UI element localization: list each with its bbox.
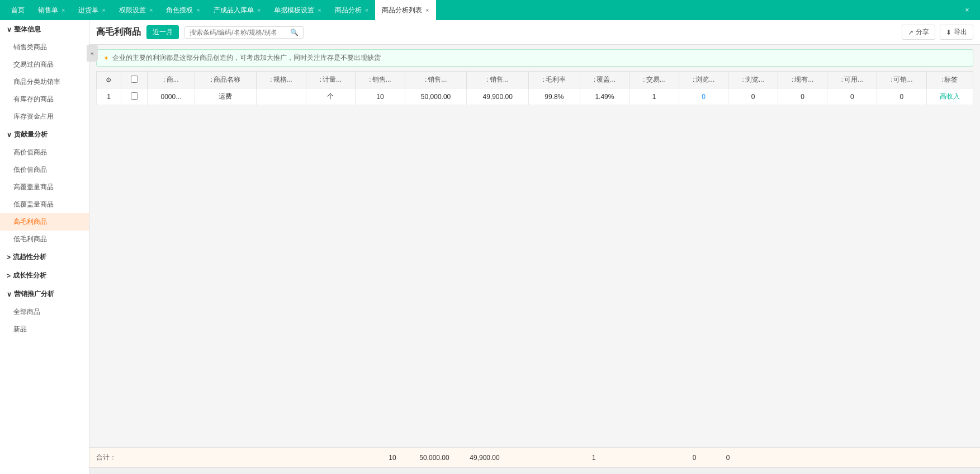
sidebar-item-高毛利商品[interactable]: 高毛利商品 [0,213,89,231]
sidebar-item-新品[interactable]: 新品 [0,321,89,338]
col-header-sale_cost: :销售... [467,72,529,88]
nav-item-权限设置[interactable]: 权限设置× [112,0,159,20]
nav-close-icon[interactable]: × [102,7,105,13]
nav-item-商品分析[interactable]: 商品分析× [328,0,375,20]
col-sort-icon: : [594,76,595,83]
footer-value-4: 10 [376,454,409,462]
search-icon[interactable]: 🔍 [290,29,299,36]
cell-current_stock: 0 [778,88,827,105]
col-sort-icon: : [486,76,488,83]
search-box: 🔍 [184,26,304,39]
cell-checkbox[interactable] [121,88,148,105]
nav-item-商品分析列表[interactable]: 商品分析列表× [375,0,435,20]
sidebar-item-销售类商品[interactable]: 销售类商品 [0,39,89,56]
sidebar-item-全部商品[interactable]: 全部商品 [0,303,89,321]
col-header-browse1: :浏览... [679,72,728,88]
footer-value-3 [342,454,376,462]
col-header-settings[interactable]: ⚙ [97,72,121,88]
col-sort-icon: : [369,76,371,83]
cell-saleable: 0 [877,88,927,105]
sidebar-item-库存资金占用[interactable]: 库存资金占用 [0,108,89,125]
nav-item-角色授权[interactable]: 角色授权× [159,0,206,20]
nav-close-icon[interactable]: × [425,7,429,13]
cell-code: 0000... [148,88,195,105]
sidebar-group-成长性分析[interactable]: >成长性分析 [0,266,89,285]
sidebar-item-低价值商品[interactable]: 低价值商品 [0,161,89,179]
cell-sale_cost: 49,900.00 [467,88,529,105]
col-sort-icon: : [211,76,212,83]
col-sort-icon: : [643,76,645,83]
cell-available_stock: 0 [827,88,877,105]
col-header-margin_rate: :毛利率 [528,72,580,88]
settings-icon[interactable]: ⚙ [106,76,112,84]
sidebar-item-低毛利商品[interactable]: 低毛利商品 [0,231,89,248]
group-arrow-icon: ∨ [7,290,12,298]
footer-value-2 [297,454,342,462]
col-header-transaction: :交易... [629,72,679,88]
footer-value-7 [510,454,543,462]
nav-close-icon[interactable]: × [196,7,200,13]
export-button[interactable]: ⬇ 导出 [940,25,973,40]
nav-item-首页[interactable]: 首页 [4,0,31,20]
col-header-browse2: :浏览... [728,72,778,88]
sidebar-collapse-button[interactable]: « [87,45,98,62]
cell-sale_amount: 50,000.00 [405,88,467,105]
select-all-checkbox[interactable] [131,76,138,83]
nav-item-进货单[interactable]: 进货单× [72,0,112,20]
col-sort-icon: : [320,76,321,83]
nav-item-单据模板设置[interactable]: 单据模板设置× [267,0,328,20]
sidebar-item-高覆盖量商品[interactable]: 高覆盖量商品 [0,179,89,196]
browse-link[interactable]: 0 [702,93,706,101]
sidebar-group-整体信息[interactable]: ∨整体信息 [0,20,89,39]
window-close-button[interactable]: × [959,0,976,20]
footer-values: 1050,000.0049,900.00100 [130,454,973,462]
col-header-coverage: :覆盖... [580,72,629,88]
col-header-sale_qty: :销售... [356,72,405,88]
export-icon: ⬇ [946,29,951,36]
sidebar-item-交易过的商品[interactable]: 交易过的商品 [0,56,89,73]
footer-value-9: 1 [577,454,610,462]
data-table: ⚙:商...:商品名称:规格...:计量...:销售...:销售...:销售..… [96,71,973,105]
cell-transaction: 1 [629,88,679,105]
share-button[interactable]: ↗ 分享 [902,25,935,40]
col-sort-icon: : [742,76,744,83]
table-row: 10000...运费个1050,000.0049,900.0099.8%1.49… [97,88,973,105]
col-sort-icon: : [841,76,843,83]
cell-tag: 高收入 [926,88,973,105]
nav-close-icon[interactable]: × [61,7,65,13]
sidebar-group-流趋性分析[interactable]: >流趋性分析 [0,248,89,266]
row-checkbox[interactable] [131,92,138,100]
col-sort-icon: : [163,76,165,83]
nav-item-产成品入库单[interactable]: 产成品入库单× [207,0,267,20]
nav-close-icon[interactable]: × [149,7,153,13]
cell-name: 运费 [195,88,257,105]
group-arrow-icon: ∨ [7,26,12,34]
sidebar-group-贡献量分析[interactable]: ∨贡献量分析 [0,125,89,144]
col-header-sale_amount: :销售... [405,72,467,88]
col-header-spec: :规格... [257,72,306,88]
col-sort-icon: : [543,76,545,83]
sidebar-item-有库存的商品[interactable]: 有库存的商品 [0,91,89,108]
search-input[interactable] [190,29,290,36]
col-header-name: :商品名称 [195,72,257,88]
time-filter-button[interactable]: 近一月 [146,25,179,39]
page-title: 高毛利商品 [96,26,141,38]
col-sort-icon: : [693,76,694,83]
footer-value-1 [242,454,297,462]
sidebar-item-低覆盖量商品[interactable]: 低覆盖量商品 [0,196,89,213]
group-arrow-icon: > [7,272,11,280]
cell-browse1[interactable]: 0 [679,88,728,105]
footer-value-10 [610,454,644,462]
sidebar-item-商品分类助销率[interactable]: 商品分类助销率 [0,73,89,91]
footer-value-12: 0 [678,454,711,462]
sidebar-item-高价值商品[interactable]: 高价值商品 [0,144,89,161]
col-header-checkbox[interactable] [121,72,148,88]
group-arrow-icon: ∨ [7,131,12,139]
main-content: 高毛利商品 近一月 🔍 ↗ 分享 ⬇ 导出 [89,20,980,474]
nav-close-icon[interactable]: × [257,7,261,13]
sidebar-group-营销推广分析[interactable]: ∨营销推广分析 [0,285,89,303]
horizontal-scrollbar[interactable] [89,467,980,474]
nav-close-icon[interactable]: × [365,7,368,13]
nav-close-icon[interactable]: × [318,7,321,13]
nav-item-销售单[interactable]: 销售单× [31,0,72,20]
